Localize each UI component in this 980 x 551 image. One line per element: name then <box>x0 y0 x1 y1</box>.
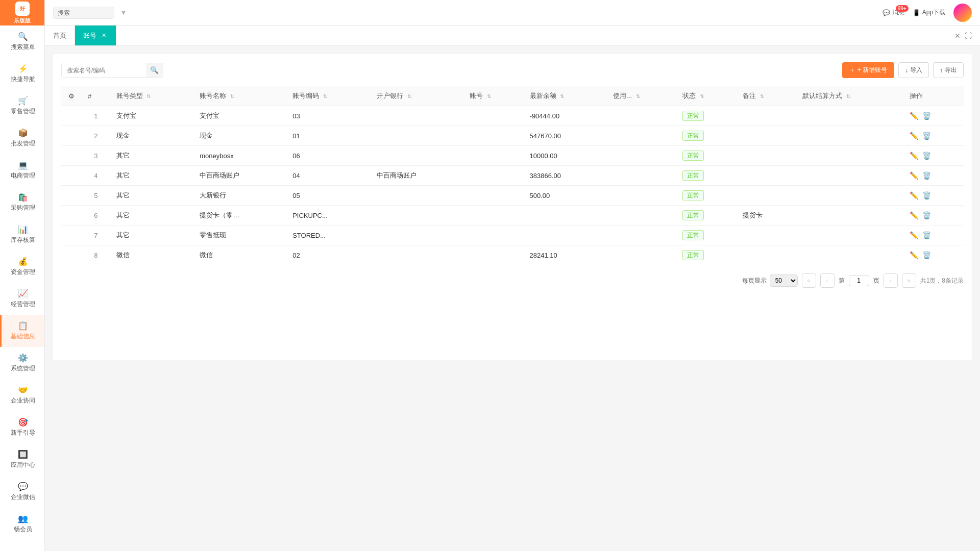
row-status: 正常 <box>676 186 737 206</box>
edit-icon[interactable]: ✏️ <box>910 152 918 160</box>
add-account-button[interactable]: ＋ + 新增账号 <box>842 62 894 78</box>
app-download-button[interactable]: 📱 App下载 <box>913 8 945 17</box>
row-bank <box>371 146 463 166</box>
edit-icon[interactable]: ✏️ <box>910 251 918 259</box>
import-button[interactable]: ↓ 导入 <box>898 62 929 78</box>
tab-home[interactable]: 首页 <box>45 26 75 45</box>
status-badge: 正常 <box>682 170 704 181</box>
row-bank <box>371 126 463 146</box>
row-name: 现金 <box>193 126 286 146</box>
row-name: 提货卡（零… <box>193 206 286 226</box>
message-button[interactable]: 💬 消息 99+ <box>883 8 904 17</box>
page-number-input[interactable] <box>849 275 869 286</box>
edit-icon[interactable]: ✏️ <box>910 171 918 180</box>
row-actions: ✏️ 🗑️ <box>903 186 964 206</box>
row-status: 正常 <box>676 206 737 226</box>
table-row: 2 现金 现金 01 547670.00 正常 ✏️ 🗑️ <box>61 126 964 146</box>
member-icon: 👥 <box>18 514 28 523</box>
toolbar: 🔍 ＋ + 新增账号 ↓ 导入 ↑ 导出 <box>61 62 964 78</box>
sidebar-item-enterprise-agreement[interactable]: 🤝 企业协同 <box>0 379 44 411</box>
row-bank <box>371 245 463 265</box>
search-menu-icon: 🔍 <box>18 32 28 41</box>
delete-icon[interactable]: 🗑️ <box>922 152 931 160</box>
tab-account-close[interactable]: ✕ <box>100 32 108 40</box>
row-account <box>463 166 523 186</box>
delete-icon[interactable]: 🗑️ <box>922 231 931 239</box>
edit-icon[interactable]: ✏️ <box>910 132 918 140</box>
th-balance[interactable]: 最新余额 ⇅ <box>524 86 607 106</box>
top-header: ▼ 💬 消息 99+ 📱 App下载 <box>45 0 980 26</box>
sidebar-item-new-guide[interactable]: 🎯 新手引导 <box>0 411 44 443</box>
sidebar-item-purchase-mgmt[interactable]: 🛍️ 采购管理 <box>0 186 44 218</box>
th-action: 操作 <box>903 86 964 106</box>
sidebar-item-inventory-calc[interactable]: 📊 库存核算 <box>0 218 44 251</box>
sidebar-item-operations-mgmt[interactable]: 📈 经营管理 <box>0 283 44 315</box>
th-usage[interactable]: 使用... ⇅ <box>607 86 676 106</box>
tab-bar: 首页 账号 ✕ ✕ ⛶ <box>45 26 980 46</box>
th-account[interactable]: 账号 ⇅ <box>463 86 523 106</box>
page-size-select[interactable]: 50 100 200 <box>770 274 798 287</box>
th-default-settle[interactable]: 默认结算方式 ⇅ <box>796 86 903 106</box>
edit-icon[interactable]: ✏️ <box>910 231 918 239</box>
sidebar-item-search-menu[interactable]: 🔍 搜索菜单 <box>0 26 44 58</box>
row-usage <box>607 206 676 226</box>
search-input[interactable] <box>62 64 146 77</box>
purchase-mgmt-icon: 🛍️ <box>18 192 28 202</box>
row-index: 6 <box>82 206 110 226</box>
delete-icon[interactable]: 🗑️ <box>922 171 931 180</box>
th-type[interactable]: 账号类型 ⇅ <box>110 86 193 106</box>
action-icons: ✏️ 🗑️ <box>910 171 958 180</box>
sidebar-item-wholesale-mgmt[interactable]: 📦 批发管理 <box>0 122 44 154</box>
edit-icon[interactable]: ✏️ <box>910 211 918 219</box>
sidebar-item-app-center[interactable]: 🔲 应用中心 <box>0 443 44 475</box>
th-status[interactable]: 状态 ⇅ <box>676 86 737 106</box>
user-avatar[interactable] <box>953 4 972 22</box>
prev-page-button[interactable]: ‹ <box>820 273 835 288</box>
delete-icon[interactable]: 🗑️ <box>922 112 931 120</box>
action-icons: ✏️ 🗑️ <box>910 112 958 120</box>
sidebar-item-label: 搜索菜单 <box>11 43 35 52</box>
delete-icon[interactable]: 🗑️ <box>922 211 931 219</box>
sidebar-item-quick-nav[interactable]: ⚡ 快捷导航 <box>0 58 44 90</box>
tab-close-icon[interactable]: ✕ <box>954 32 961 40</box>
row-actions: ✏️ 🗑️ <box>903 106 964 126</box>
row-type: 现金 <box>110 126 193 146</box>
header-search-input[interactable] <box>53 7 114 19</box>
message-badge: 99+ <box>896 5 909 12</box>
th-code[interactable]: 账号编码 ⇅ <box>286 86 371 106</box>
sidebar: 好 乐版版 🔍 搜索菜单 ⚡ 快捷导航 🛒 零售管理 📦 批发管理 💻 电商管理… <box>0 0 45 551</box>
next-page-button[interactable]: › <box>884 273 898 288</box>
page-label: 第 <box>839 277 845 285</box>
status-badge: 正常 <box>682 250 704 260</box>
edit-icon[interactable]: ✏️ <box>910 112 918 120</box>
delete-icon[interactable]: 🗑️ <box>922 191 931 199</box>
first-page-button[interactable]: « <box>802 273 816 288</box>
delete-icon[interactable]: 🗑️ <box>922 132 931 140</box>
sidebar-item-member[interactable]: 👥 畅会员 <box>0 508 44 540</box>
tab-expand-icon[interactable]: ⛶ <box>965 32 972 40</box>
last-page-button[interactable]: » <box>902 273 916 288</box>
row-account <box>463 226 523 245</box>
row-remark <box>737 166 796 186</box>
th-remark[interactable]: 备注 ⇅ <box>737 86 796 106</box>
row-default-settle <box>796 206 903 226</box>
export-button[interactable]: ↑ 导出 <box>933 62 964 78</box>
toolbar-right: ＋ + 新增账号 ↓ 导入 ↑ 导出 <box>842 62 964 78</box>
sidebar-item-finance-mgmt[interactable]: 💰 资金管理 <box>0 251 44 283</box>
search-button[interactable]: 🔍 <box>146 63 163 77</box>
edit-icon[interactable]: ✏️ <box>910 191 918 199</box>
sidebar-item-enterprise-wechat[interactable]: 💬 企业微信 <box>0 475 44 508</box>
sidebar-item-system-mgmt[interactable]: ⚙️ 系统管理 <box>0 347 44 379</box>
import-icon: ↓ <box>905 67 908 74</box>
th-settings[interactable]: ⚙ <box>61 86 82 106</box>
tab-account[interactable]: 账号 ✕ <box>75 26 116 45</box>
th-bank[interactable]: 开户银行 ⇅ <box>371 86 463 106</box>
delete-icon[interactable]: 🗑️ <box>922 251 931 259</box>
th-name[interactable]: 账号名称 ⇅ <box>193 86 286 106</box>
logo-version: 乐版版 <box>14 17 31 24</box>
sidebar-item-basic-info[interactable]: 📋 基础信息 <box>0 315 44 347</box>
export-label: 导出 <box>945 66 957 74</box>
app-center-icon: 🔲 <box>18 449 28 459</box>
sidebar-item-retail-mgmt[interactable]: 🛒 零售管理 <box>0 90 44 122</box>
sidebar-item-ecommerce-mgmt[interactable]: 💻 电商管理 <box>0 154 44 186</box>
